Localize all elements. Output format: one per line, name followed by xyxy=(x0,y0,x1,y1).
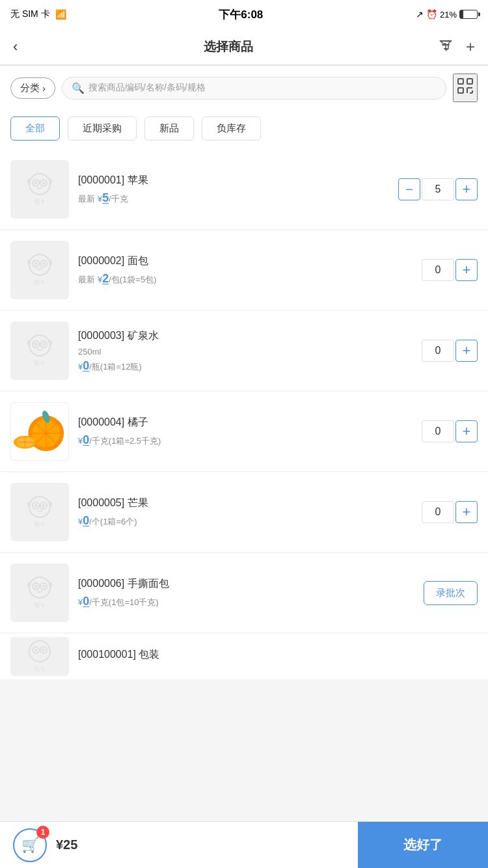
tab-recent[interactable]: 近期采购 xyxy=(68,116,137,141)
product-name: [000100001] 包装 xyxy=(78,648,478,662)
quantity-increase-button[interactable]: + xyxy=(455,340,478,362)
quantity-increase-button[interactable]: + xyxy=(455,420,478,442)
nav-left: ‹ xyxy=(13,38,18,55)
category-button[interactable]: 分类 › xyxy=(10,77,55,99)
quantity-input[interactable] xyxy=(422,340,454,362)
owl-placeholder-icon: 智十 xyxy=(20,637,59,676)
quantity-increase-button[interactable]: + xyxy=(455,501,478,523)
nav-bar: ‹ 选择商品 + xyxy=(0,29,488,65)
tab-negative[interactable]: 负库存 xyxy=(202,116,261,141)
product-info: [0000001] 苹果 最新 ¥5/千克 xyxy=(78,174,389,205)
tab-new[interactable]: 新品 xyxy=(144,116,194,141)
quantity-input[interactable] xyxy=(422,178,454,200)
price-value: 0 xyxy=(83,433,89,446)
filter-icon xyxy=(439,39,453,55)
location-icon: ↗ xyxy=(416,9,424,20)
svg-text:智十: 智十 xyxy=(34,198,46,205)
back-arrow-icon: ‹ xyxy=(13,38,18,55)
svg-text:智十: 智十 xyxy=(34,666,46,672)
product-thumbnail: 智十 xyxy=(10,321,69,380)
quantity-control: + xyxy=(422,501,478,523)
product-name: [0000006] 手撕面包 xyxy=(78,577,414,591)
quantity-increase-button[interactable]: + xyxy=(455,259,478,281)
confirm-button[interactable]: 选好了 xyxy=(358,822,488,869)
owl-placeholder-icon: 智十 xyxy=(20,573,59,612)
search-input-area[interactable]: 🔍 搜索商品编码/名称/条码/规格 xyxy=(62,77,446,100)
cart-badge: 1 xyxy=(36,826,49,839)
quantity-control: − + xyxy=(398,178,478,200)
quantity-increase-button[interactable]: + xyxy=(455,178,478,200)
filter-button[interactable] xyxy=(439,38,453,56)
product-price: 最新 ¥2/包(1袋=5包) xyxy=(78,272,413,286)
cart-button[interactable]: 🛒 1 xyxy=(13,828,47,862)
back-button[interactable]: ‹ xyxy=(13,38,18,55)
product-info: [0000003] 矿泉水 250ml ¥0/瓶(1箱=12瓶) xyxy=(78,329,413,373)
svg-point-22 xyxy=(34,343,37,346)
svg-point-39 xyxy=(34,504,37,507)
list-item: 智十 [0000002] 面包 最新 ¥2/包(1袋=5包) + xyxy=(0,230,488,310)
product-name: [0000003] 矿泉水 xyxy=(78,329,413,343)
svg-point-51 xyxy=(34,649,37,651)
quantity-input[interactable] xyxy=(422,420,454,442)
product-info: [0000002] 面包 最新 ¥2/包(1袋=5包) xyxy=(78,254,413,286)
product-info: [0000004] 橘子 ¥0/千克(1箱=2.5千克) xyxy=(78,416,413,447)
status-bar: 无 SIM 卡 📶 下午6:08 ↗ ⏰ 21% xyxy=(0,0,488,29)
owl-placeholder-icon: 智十 xyxy=(20,170,59,209)
tabs-row: 全部 近期采购 新品 负库存 xyxy=(0,110,488,150)
product-price: ¥0/千克(1包=10千克) xyxy=(78,595,414,608)
latest-label: 最新 xyxy=(78,275,95,284)
filter-row: 分类 › 🔍 搜索商品编码/名称/条码/规格 xyxy=(0,66,488,110)
product-thumbnail: 智十 xyxy=(10,563,69,622)
list-item: 智十 [0000001] 苹果 最新 ¥5/千克 − + xyxy=(0,150,488,229)
category-label: 分类 xyxy=(20,82,40,94)
page-title: 选择商品 xyxy=(204,38,253,55)
price-unit: /千克(1箱=2.5千克) xyxy=(89,436,161,446)
quantity-input[interactable] xyxy=(422,259,454,281)
svg-point-17 xyxy=(42,262,45,265)
batch-button[interactable]: 录批次 xyxy=(424,581,478,605)
product-name: [0000004] 橘子 xyxy=(78,416,413,429)
quantity-decrease-button[interactable]: − xyxy=(398,178,420,200)
latest-label: 最新 xyxy=(78,194,95,204)
tab-all[interactable]: 全部 xyxy=(10,116,60,141)
status-left: 无 SIM 卡 📶 xyxy=(10,8,66,20)
add-icon: + xyxy=(466,38,475,55)
price-value: 0 xyxy=(83,514,89,527)
svg-point-40 xyxy=(42,504,45,507)
svg-rect-0 xyxy=(458,79,463,84)
svg-rect-1 xyxy=(467,79,472,84)
owl-placeholder-icon: 智十 xyxy=(20,493,59,532)
cart-total: ¥25 xyxy=(56,837,77,852)
cart-icon: 🛒 xyxy=(21,837,39,854)
list-item: 智十 [0000006] 手撕面包 ¥0/千克(1包=10千克) 录批次 xyxy=(0,553,488,632)
product-price: 最新 ¥5/千克 xyxy=(78,191,389,205)
status-right: ↗ ⏰ 21% xyxy=(416,9,478,20)
product-thumbnail: 智十 xyxy=(10,160,69,219)
svg-rect-2 xyxy=(458,88,463,93)
quantity-input[interactable] xyxy=(422,501,454,523)
price-unit: /个(1箱=6个) xyxy=(89,517,137,526)
svg-point-11 xyxy=(42,182,45,184)
svg-text:智十: 智十 xyxy=(34,279,46,286)
svg-point-23 xyxy=(42,343,45,346)
price-unit: /千克 xyxy=(109,194,128,204)
nav-right: + xyxy=(439,38,475,56)
svg-text:智十: 智十 xyxy=(34,521,46,528)
owl-placeholder-icon: 智十 xyxy=(20,251,59,290)
svg-point-10 xyxy=(34,182,37,184)
svg-point-52 xyxy=(42,649,45,651)
price-value: 0 xyxy=(83,359,89,372)
product-name: [0000005] 芒果 xyxy=(78,496,413,510)
svg-text:智十: 智十 xyxy=(34,360,46,366)
product-info: [000100001] 包装 xyxy=(78,648,478,666)
wifi-icon: 📶 xyxy=(55,9,66,20)
list-item: 智十 [000100001] 包装 xyxy=(0,634,488,679)
product-thumbnail: 智十 xyxy=(10,637,69,676)
quantity-control: + xyxy=(422,259,478,281)
add-button[interactable]: + xyxy=(466,38,475,56)
battery-fill xyxy=(460,10,463,18)
quantity-control: + xyxy=(422,340,478,362)
scan-button[interactable] xyxy=(453,74,478,102)
product-spec: 250ml xyxy=(78,347,413,357)
price-unit: /千克(1包=10千克) xyxy=(89,597,159,607)
